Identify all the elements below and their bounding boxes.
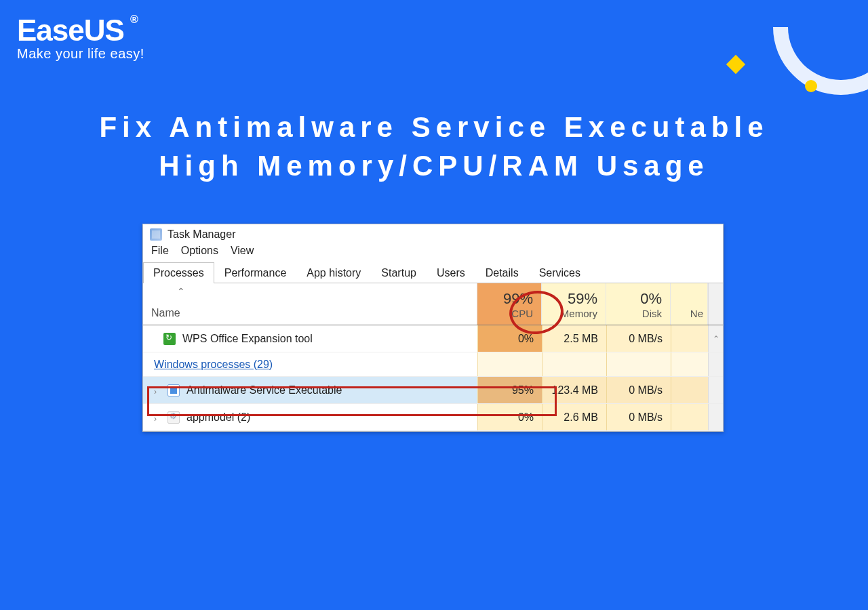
scrollbar-track[interactable] <box>708 377 723 403</box>
process-name: Antimalware Service Executable <box>186 384 342 396</box>
disk-usage-pct: 0% <box>640 290 662 308</box>
task-manager-icon <box>150 228 162 241</box>
tab-startup[interactable]: Startup <box>371 262 427 283</box>
cell-net <box>671 377 708 403</box>
service-icon <box>167 411 180 424</box>
scrollbar-track[interactable] <box>708 404 723 430</box>
col-disk[interactable]: 0% Disk <box>606 283 671 325</box>
brand-name: EaseUS <box>17 14 124 47</box>
decor-arc <box>745 0 868 123</box>
process-list: WPS Office Expansion tool 0% 2.5 MB 0 MB… <box>143 325 723 431</box>
headline-line1: Fix Antimalware Service Executable <box>0 108 868 147</box>
expand-icon[interactable]: › <box>154 414 161 421</box>
col-network-label: Ne <box>690 308 703 319</box>
col-name[interactable]: ⌃ Name <box>143 283 477 325</box>
decor-dot <box>805 80 817 92</box>
menu-view[interactable]: View <box>231 245 254 257</box>
sort-indicator-icon: ⌃ <box>177 286 185 297</box>
table-row[interactable]: WPS Office Expansion tool 0% 2.5 MB 0 MB… <box>143 325 723 352</box>
col-disk-label: Disk <box>642 308 662 319</box>
menu-options[interactable]: Options <box>181 245 218 257</box>
col-cpu[interactable]: 99% CPU <box>477 283 542 325</box>
decor-diamond <box>726 55 745 74</box>
tab-performance[interactable]: Performance <box>214 262 297 283</box>
cell-mem: 123.4 MB <box>542 377 606 403</box>
col-memory[interactable]: 59% Memory <box>542 283 606 325</box>
cell-mem: 2.5 MB <box>542 325 606 352</box>
menu-file[interactable]: File <box>151 245 169 257</box>
tab-app-history[interactable]: App history <box>296 262 371 283</box>
col-name-label: Name <box>151 307 469 319</box>
scrollbar-track[interactable] <box>708 352 723 376</box>
cell-disk: 0 MB/s <box>606 377 671 403</box>
brand-logo: EaseUS ® Make your life easy! <box>17 14 144 62</box>
section-header[interactable]: Windows processes (29) <box>143 352 723 377</box>
memory-usage-pct: 59% <box>568 290 597 308</box>
tab-users[interactable]: Users <box>427 262 475 283</box>
window-title: Task Manager <box>167 228 236 241</box>
window-titlebar[interactable]: Task Manager <box>143 224 723 242</box>
brand-registered: ® <box>130 14 138 26</box>
defender-icon <box>167 384 180 396</box>
scroll-up-button[interactable]: ⌃ <box>708 325 723 352</box>
cell-net <box>671 404 708 430</box>
table-row-highlighted[interactable]: › Antimalware Service Executable 95% 123… <box>143 377 723 404</box>
task-manager-window: Task Manager File Options View Processes… <box>142 224 724 432</box>
wps-tool-icon <box>163 333 176 345</box>
section-title: Windows processes (29) <box>143 352 477 376</box>
expand-icon[interactable]: › <box>154 387 161 394</box>
process-name: appmodel (2) <box>186 411 250 424</box>
cell-disk: 0 MB/s <box>606 404 671 430</box>
col-network[interactable]: Ne <box>671 283 708 325</box>
scrollbar-track[interactable] <box>708 283 723 325</box>
tab-services[interactable]: Services <box>529 262 591 283</box>
cpu-usage-pct: 99% <box>503 290 533 308</box>
tab-bar: Processes Performance App history Startu… <box>143 262 723 283</box>
col-cpu-label: CPU <box>511 308 533 319</box>
cell-disk: 0 MB/s <box>606 325 671 352</box>
tab-processes[interactable]: Processes <box>143 262 214 283</box>
cell-cpu: 95% <box>477 377 542 403</box>
page-title: Fix Antimalware Service Executable High … <box>0 108 868 185</box>
cell-cpu: 0% <box>477 325 542 352</box>
brand-tagline: Make your life easy! <box>17 46 144 62</box>
headline-line2: High Memory/CPU/RAM Usage <box>0 147 868 186</box>
cell-net <box>671 325 708 352</box>
process-name: WPS Office Expansion tool <box>182 333 313 345</box>
cell-mem: 2.6 MB <box>542 404 606 430</box>
column-headers: ⌃ Name 99% CPU 59% Memory 0% Disk Ne <box>143 283 723 325</box>
cell-cpu: 0% <box>477 404 542 430</box>
menu-bar: File Options View <box>143 242 723 262</box>
col-memory-label: Memory <box>561 308 597 319</box>
table-row[interactable]: › appmodel (2) 0% 2.6 MB 0 MB/s <box>143 404 723 431</box>
tab-details[interactable]: Details <box>475 262 529 283</box>
